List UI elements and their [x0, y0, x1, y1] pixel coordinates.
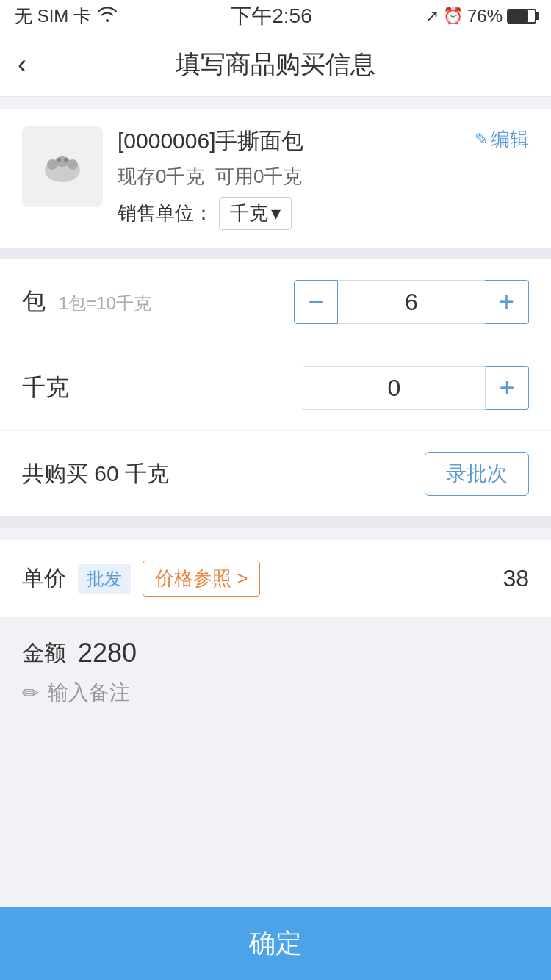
price-badge: 批发	[78, 564, 131, 594]
amount-row: 金额 2280	[22, 638, 529, 669]
product-name: [0000006]手撕面包	[118, 126, 460, 156]
product-stock: 现存0千克 可用0千克	[118, 164, 460, 190]
pack-label-group: 包 1包=10千克	[22, 286, 151, 318]
separator-1	[0, 248, 551, 259]
price-row: 单价 批发 价格参照 > 38	[0, 540, 551, 617]
carrier-text: 无 SIM 卡	[15, 4, 91, 28]
unit-select[interactable]: 千克 ▾	[219, 197, 292, 230]
amount-label: 金额	[22, 638, 66, 669]
summary-text: 共购买 60 千克	[22, 459, 169, 489]
pack-stepper: − +	[294, 280, 529, 324]
location-icon: ↗	[425, 7, 439, 26]
edit-button[interactable]: ✎ 编辑	[475, 126, 529, 152]
pack-plus-button[interactable]: +	[485, 280, 529, 324]
pack-label: 包	[22, 288, 46, 314]
separator-2	[0, 516, 551, 528]
nav-bar: ‹ 填写商品购买信息	[0, 32, 551, 97]
pencil-icon: ✏	[22, 681, 39, 705]
price-value: 38	[503, 565, 529, 592]
wifi-icon	[97, 6, 118, 26]
batch-button[interactable]: 录批次	[425, 452, 529, 496]
back-button[interactable]: ‹	[18, 49, 26, 80]
svg-point-4	[57, 158, 61, 162]
pack-minus-button[interactable]: −	[294, 280, 338, 324]
amount-section: 金额 2280 ✏ 输入备注	[0, 617, 551, 721]
summary-row: 共购买 60 千克 录批次	[0, 431, 551, 516]
product-info: [0000006]手撕面包 现存0千克 可用0千克 销售单位： 千克 ▾	[118, 126, 460, 230]
confirm-button[interactable]: 确定	[0, 907, 551, 980]
status-bar: 无 SIM 卡 下午2:56 ↗ ⏰ 76%	[0, 0, 551, 32]
amount-value: 2280	[78, 638, 137, 669]
page-title: 填写商品购买信息	[176, 48, 375, 82]
kg-plus-button[interactable]: +	[485, 366, 529, 410]
status-carrier: 无 SIM 卡	[15, 4, 118, 28]
product-thumbnail	[22, 126, 103, 207]
battery-icon	[507, 9, 536, 24]
price-ref-button[interactable]: 价格参照 >	[143, 561, 260, 597]
chevron-down-icon: ▾	[271, 202, 281, 225]
product-unit-row: 销售单位： 千克 ▾	[118, 197, 460, 230]
status-icons: ↗ ⏰ 76%	[425, 6, 536, 26]
edit-icon: ✎	[475, 130, 488, 149]
kg-input[interactable]	[303, 366, 485, 410]
svg-point-5	[64, 158, 68, 162]
battery-percent: 76%	[467, 6, 503, 26]
remark-text: 输入备注	[48, 679, 130, 707]
pack-row: 包 1包=10千克 − +	[0, 259, 551, 345]
pack-hint: 1包=10千克	[59, 293, 151, 313]
pack-input[interactable]	[338, 280, 485, 324]
status-time: 下午2:56	[231, 2, 312, 30]
kg-stepper: +	[303, 366, 529, 410]
alarm-icon: ⏰	[443, 7, 463, 26]
kg-label: 千克	[22, 372, 69, 404]
price-label: 单价	[22, 563, 66, 594]
kg-row: 千克 +	[0, 345, 551, 431]
product-card: [0000006]手撕面包 现存0千克 可用0千克 销售单位： 千克 ▾ ✎ 编…	[0, 109, 551, 248]
remark-row[interactable]: ✏ 输入备注	[22, 679, 529, 707]
